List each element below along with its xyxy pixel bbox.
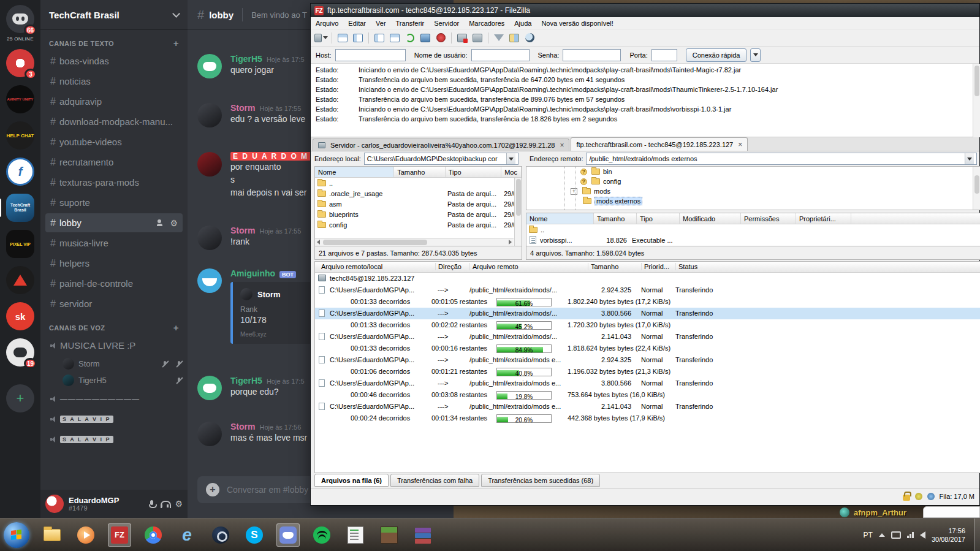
server-icon-f[interactable]: f (6, 158, 34, 186)
volume-icon[interactable] (920, 531, 925, 539)
tab-arquivos-na-fila[interactable]: Arquivos na fila (6) (314, 474, 389, 487)
avatar[interactable] (45, 495, 64, 513)
site-manager-button[interactable] (314, 31, 328, 45)
column-prioridade[interactable]: Priorid... (641, 263, 669, 270)
column-modificado[interactable]: Moc (501, 167, 522, 177)
notification-icon[interactable] (915, 493, 922, 500)
avatar[interactable] (197, 152, 222, 177)
queue-item[interactable]: C:\Users\EduardoMGP\Ap... ---> /public_h… (315, 284, 980, 296)
queue-item[interactable]: C:\Users\EduardoMGP\Ap... ---> /public_h… (315, 308, 980, 319)
menu-nova-versao[interactable]: Nova versão disponível! (536, 20, 618, 27)
voice-user-storm[interactable]: Storm (63, 355, 183, 372)
column-tamanho[interactable]: Tamanho (594, 213, 637, 224)
taskbar-item-filezilla[interactable]: FZ (108, 523, 131, 547)
process-queue-button[interactable] (419, 31, 432, 45)
message-author[interactable]: Storm (230, 422, 255, 431)
voice-user-tigerh5[interactable]: TigerH5 (63, 372, 183, 389)
sidebar-item-suporte[interactable]: #suporte (45, 193, 183, 212)
disconnect-button[interactable] (455, 31, 469, 45)
tab-server-2[interactable]: ftp.techcraftbrasil.com - techc845@192.1… (571, 137, 748, 151)
toggle-message-log-button[interactable] (336, 31, 349, 45)
avatar[interactable] (197, 103, 222, 127)
server-icon-voice-app[interactable]: 19 (6, 338, 34, 367)
avatar[interactable] (197, 226, 222, 250)
mic-icon[interactable] (149, 500, 154, 508)
column-tipo[interactable]: Tipo (637, 213, 680, 224)
toggle-queue-button[interactable] (388, 31, 401, 45)
server-icon-pixel-vip[interactable]: PIXEL VIP (6, 230, 34, 258)
hidden-icons-button[interactable] (879, 533, 885, 537)
file-row[interactable]: asmPasta de arqui...29/0 (315, 199, 522, 209)
sidebar-item-recrutamento[interactable]: #recrutamento (45, 153, 183, 172)
taskbar-item-discord[interactable] (276, 523, 300, 547)
expand-icon[interactable]: + (571, 188, 577, 195)
toggle-local-tree-button[interactable] (351, 31, 365, 45)
server-icon-home[interactable]: 66 (6, 5, 34, 33)
voice-channel-musica-livre[interactable]: MUSICA LIVRE :P (45, 336, 183, 355)
server-icon-triangle[interactable] (6, 266, 34, 294)
remote-tree-item-bin[interactable]: ? bin (526, 167, 980, 177)
host-input[interactable] (335, 49, 406, 61)
column-nome[interactable]: Nome (526, 213, 594, 224)
taskbar-item-explorer[interactable] (40, 523, 64, 547)
cancel-button[interactable] (434, 31, 447, 45)
title-bar[interactable]: FZ ftp.techcraftbrasil.com - techc845@19… (311, 4, 979, 17)
taskbar-item-minecraft[interactable] (378, 523, 401, 547)
server-icon-1[interactable]: 3 (6, 49, 34, 77)
file-row[interactable]: configPasta de arqui...29/0 (315, 219, 522, 230)
column-permissoes[interactable]: Permissões (741, 213, 796, 224)
menu-servidor[interactable]: Servidor (429, 20, 464, 27)
file-row[interactable]: vorbisspi...18.826Executable ... (526, 235, 980, 245)
sidebar-item-noticias[interactable]: #noticias (45, 72, 183, 91)
voice-channel-divider[interactable]: —————————— (45, 389, 183, 408)
close-icon[interactable]: × (560, 141, 564, 150)
remote-tree-item-mods[interactable]: + mods (526, 186, 980, 196)
sidebar-item-lobby[interactable]: # lobby ⚙ (45, 213, 183, 232)
file-row[interactable]: .. (315, 178, 522, 188)
reconnect-button[interactable] (471, 31, 484, 45)
sidebar-item-musica-livre[interactable]: #musica-livre (45, 234, 183, 253)
sidebar-item-helpers[interactable]: #helpers (45, 254, 183, 273)
tab-server-1[interactable]: Servidor - carlos_eduardovieiraoliveira%… (313, 139, 569, 151)
message-author[interactable]: Storm (230, 103, 255, 113)
start-button[interactable] (4, 522, 29, 548)
taskbar-item-internet-explorer[interactable]: e (175, 523, 199, 547)
sidebar-item-download-modpack[interactable]: #download-modpack-manu... (45, 112, 183, 131)
voice-channel-sala-vip-2[interactable]: S A L A V I P (45, 430, 183, 449)
sidebar-item-texturas-para-mods[interactable]: #texturas-para-mods (45, 173, 183, 192)
combo-dropdown-button[interactable] (506, 153, 515, 164)
local-vertical-scrollbar[interactable] (514, 178, 522, 246)
avatar[interactable] (197, 376, 222, 400)
avatar[interactable] (197, 54, 222, 78)
scrollbar-thumb[interactable] (974, 66, 979, 96)
taskbar-item-spotify[interactable] (310, 523, 333, 547)
taskbar-item-steam[interactable] (209, 523, 232, 547)
column-direcao[interactable]: Direção (435, 263, 462, 270)
remote-tree-item-config[interactable]: ? config (526, 177, 980, 186)
log-scrollbar[interactable] (973, 64, 980, 137)
message-author[interactable]: TigerH5 (230, 376, 262, 386)
queue-item[interactable]: C:\Users\EduardoMGP\Ap... ---> /public_h… (315, 331, 980, 343)
file-row[interactable]: .. (526, 224, 980, 235)
column-tipo[interactable]: Tipo (446, 167, 501, 177)
toggle-remote-tree-button[interactable] (373, 31, 386, 45)
scrollbar-thumb[interactable] (974, 175, 979, 194)
local-horizontal-scrollbar[interactable] (315, 238, 514, 246)
avatar[interactable] (197, 268, 222, 293)
scrollbar-thumb[interactable] (516, 179, 521, 216)
quickconnect-button[interactable]: Conexão rápida (686, 48, 747, 62)
taskbar-item-text-editor[interactable] (344, 523, 367, 547)
encryption-lock-icon[interactable] (903, 495, 910, 501)
menu-transferir[interactable]: Transferir (391, 20, 430, 27)
sidebar-item-adquiravip[interactable]: #adquiravip (45, 92, 183, 111)
menu-marcadores[interactable]: Marcadores (464, 20, 509, 27)
find-files-button[interactable] (523, 31, 536, 45)
file-row[interactable]: blueprintsPasta de arqui...29/0 (315, 209, 522, 219)
menu-ver[interactable]: Ver (371, 20, 391, 27)
column-nome[interactable]: Nome (315, 167, 394, 177)
queue-item[interactable]: C:\Users\EduardoMGP\Ap... ---> /public_h… (315, 401, 980, 412)
menu-ajuda[interactable]: Ajuda (509, 20, 536, 27)
show-desktop-button[interactable] (974, 519, 980, 551)
headphones-icon[interactable] (161, 501, 169, 507)
column-tamanho[interactable]: Tamanho (394, 167, 446, 177)
